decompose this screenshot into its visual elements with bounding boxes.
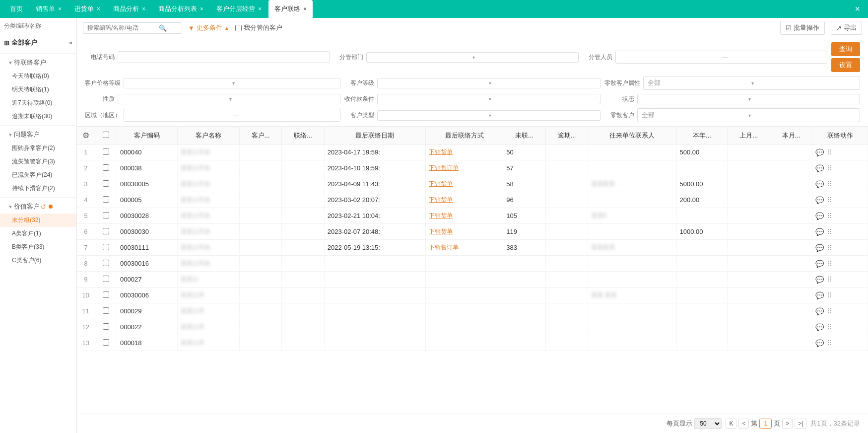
row-select-7[interactable] <box>103 244 109 250</box>
nav-tab-customer-contact[interactable]: 客户联络 × <box>268 0 313 18</box>
sidebar-item-ungrouped[interactable]: 未分组(32) <box>0 214 76 227</box>
method-link-6[interactable]: 下销货单 <box>429 228 453 235</box>
manager-select[interactable]: ··· <box>615 51 827 64</box>
sidebar-item-class-a[interactable]: A类客户(1) <box>0 227 76 240</box>
nav-home[interactable]: 首页 <box>4 4 29 13</box>
sidebar-search-input[interactable] <box>4 22 77 29</box>
nav-tab-analysis[interactable]: 商品分析 × <box>107 0 151 18</box>
page-size-select[interactable]: 50 100 200 <box>694 418 722 429</box>
method-link-3[interactable]: 下销货单 <box>429 180 453 187</box>
sidebar-item-tomorrow[interactable]: 明天待联络(1) <box>0 83 76 96</box>
close-customer-mgmt-tab[interactable]: × <box>258 5 262 12</box>
row-select-10[interactable] <box>103 291 109 298</box>
sidebar-item-declining[interactable]: 持续下滑客户(2) <box>0 182 76 195</box>
row-select-9[interactable] <box>103 276 109 282</box>
sidebar-item-lost[interactable]: 已流失客户(24) <box>0 168 76 182</box>
manager-dots[interactable]: ··· <box>722 53 823 61</box>
dept-select[interactable]: ▾ <box>366 52 578 63</box>
row-select-4[interactable] <box>103 196 109 203</box>
row-select-1[interactable] <box>103 148 109 155</box>
export-btn[interactable]: ↗ 导出 <box>831 21 862 35</box>
filter-search-input[interactable] <box>87 24 157 31</box>
chat-icon-9[interactable]: 💬 <box>815 276 824 284</box>
sidebar-group-problem[interactable]: ▼ 问题客户 <box>0 128 76 142</box>
col-settings[interactable]: ⚙ <box>77 127 95 144</box>
menu-icon-10[interactable]: ⠿ <box>827 291 832 299</box>
retail-attr-select[interactable]: 全部 ▾ <box>643 76 860 90</box>
close-purchase-tab[interactable]: × <box>97 5 100 12</box>
menu-icon-5[interactable]: ⠿ <box>827 212 832 220</box>
sidebar-item-abnormal[interactable]: 囤购异常客户(2) <box>0 142 76 155</box>
menu-icon-8[interactable]: ⠿ <box>827 260 832 268</box>
menu-icon-2[interactable]: ⠿ <box>827 164 832 172</box>
sidebar-group-value[interactable]: ▼ 价值客户 ↺ <box>0 200 76 214</box>
batch-ops-btn[interactable]: ☑ 批量操作 <box>780 21 825 35</box>
sidebar-item-class-c[interactable]: C类客户(6) <box>0 254 76 267</box>
chat-icon-1[interactable]: 💬 <box>815 148 824 156</box>
method-link-4[interactable]: 下销货单 <box>429 196 453 203</box>
chat-icon-5[interactable]: 💬 <box>815 212 824 220</box>
menu-icon-11[interactable]: ⠿ <box>827 307 832 315</box>
first-page-btn[interactable]: K <box>726 419 736 429</box>
chat-icon-6[interactable]: 💬 <box>815 228 824 236</box>
region-select[interactable]: ··· <box>124 109 340 122</box>
query-btn[interactable]: 查询 <box>831 42 860 56</box>
chat-icon-3[interactable]: 💬 <box>815 180 824 188</box>
close-sales-tab[interactable]: × <box>58 5 62 12</box>
price-level-select[interactable]: ▾ <box>124 78 340 88</box>
chat-icon-12[interactable]: 💬 <box>815 323 824 331</box>
menu-icon-13[interactable]: ⠿ <box>827 339 832 347</box>
filter-more-btn[interactable]: ▼ 更多条件 ▲ <box>188 23 229 32</box>
nav-tab-customer-mgmt[interactable]: 客户分层经营 × <box>210 0 267 18</box>
payment-select[interactable]: ▾ <box>377 94 600 104</box>
sidebar-item-overdue[interactable]: 逾期未联络(30) <box>0 110 76 123</box>
close-analysis-list-tab[interactable]: × <box>200 5 203 12</box>
menu-icon-4[interactable]: ⠿ <box>827 196 832 204</box>
method-link-7[interactable]: 下销售订单 <box>429 244 459 251</box>
cust-type-select[interactable]: ▾ <box>377 110 600 121</box>
nature-select[interactable]: ▾ <box>118 94 340 104</box>
chat-icon-7[interactable]: 💬 <box>815 244 824 252</box>
row-select-6[interactable] <box>103 228 109 234</box>
method-link-2[interactable]: 下销售订单 <box>429 164 459 171</box>
close-analysis-tab[interactable]: × <box>142 5 145 12</box>
status-select[interactable]: ▾ <box>637 94 860 104</box>
close-customer-contact-tab[interactable]: × <box>303 5 307 12</box>
row-select-2[interactable] <box>103 164 109 171</box>
my-customers-checkbox[interactable] <box>235 25 242 31</box>
menu-icon-6[interactable]: ⠿ <box>827 228 832 236</box>
row-select-11[interactable] <box>103 307 109 314</box>
row-select-13[interactable] <box>103 339 109 346</box>
chat-icon-10[interactable]: 💬 <box>815 291 824 299</box>
method-link-5[interactable]: 下销货单 <box>429 212 453 219</box>
phone-input[interactable] <box>118 51 330 63</box>
nav-tab-analysis-list[interactable]: 商品分析列表 × <box>152 0 209 18</box>
cust-level-select[interactable]: ▾ <box>377 78 600 88</box>
retail-cust-select[interactable]: 全部 ▾ <box>637 108 860 122</box>
sidebar-group-pending[interactable]: ▼ 待联络客户 <box>0 56 76 70</box>
sidebar-item-loss-warning[interactable]: 流失预警客户(3) <box>0 155 76 168</box>
menu-icon-7[interactable]: ⠿ <box>827 244 832 252</box>
menu-icon-12[interactable]: ⠿ <box>827 323 832 331</box>
row-select-12[interactable] <box>103 323 109 330</box>
region-dots[interactable]: ··· <box>233 111 336 119</box>
row-select-3[interactable] <box>103 180 109 187</box>
sidebar-item-class-b[interactable]: B类客户(33) <box>0 240 76 254</box>
last-page-btn[interactable]: >| <box>795 419 806 429</box>
menu-icon-1[interactable]: ⠿ <box>827 148 832 156</box>
chat-icon-4[interactable]: 💬 <box>815 196 824 204</box>
refresh-icon[interactable]: ↺ <box>41 203 46 211</box>
menu-icon-9[interactable]: ⠿ <box>827 276 832 284</box>
menu-icon-3[interactable]: ⠿ <box>827 180 832 188</box>
next-page-btn[interactable]: > <box>782 419 793 429</box>
row-select-8[interactable] <box>103 260 109 266</box>
select-all-checkbox[interactable] <box>103 132 109 138</box>
nav-tab-sales[interactable]: 销售单 × <box>30 0 67 18</box>
method-link-1[interactable]: 下销货单 <box>429 148 453 155</box>
settings-icon[interactable]: ⚙ <box>82 131 89 140</box>
chat-icon-13[interactable]: 💬 <box>815 339 824 347</box>
sidebar-item-today[interactable]: 今天待联络(0) <box>0 70 76 83</box>
close-all-tabs[interactable]: × <box>851 4 864 14</box>
row-select-5[interactable] <box>103 212 109 218</box>
sidebar-all-customers-header[interactable]: ⊞ 全部客户 « <box>0 34 76 51</box>
